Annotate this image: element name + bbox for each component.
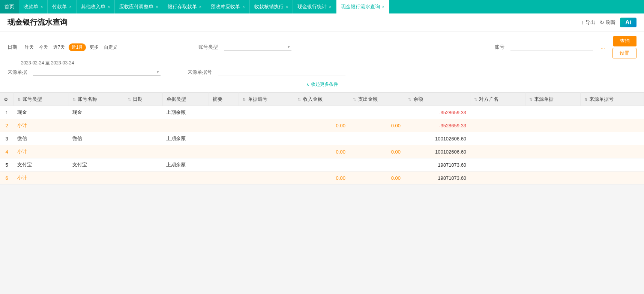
cell-source-doc-no [580,106,644,119]
refresh-button[interactable]: ↻ 刷新 [600,19,615,26]
source-doc-label: 来源单据 [8,69,27,76]
date-option-more[interactable]: 更多 [88,43,100,51]
export-button[interactable]: ↑ 导出 [581,19,595,26]
table-header-row: ⚙ ⇅ 账号类型 ⇅ 账号名称 ⇅ 日期 单据类型 摘要 [0,93,644,106]
ai-badge[interactable]: Ai [620,18,636,27]
query-button[interactable]: 查询 [613,36,636,46]
date-option-today[interactable]: 今天 [38,43,50,51]
account-input[interactable] [510,43,593,51]
close-icon[interactable]: × [156,4,158,9]
col-header-income[interactable]: ⇅ 收入金额 [294,93,349,106]
source-doc-select[interactable]: ▾ [33,69,161,76]
cell-source-doc-no [580,119,644,132]
cell-doc-no [239,106,294,119]
nav-tab-cash-flow[interactable]: 现金银行流水查询 × [336,0,389,13]
nav-tab-home[interactable]: 首页 [0,0,19,13]
close-icon[interactable]: × [286,4,288,9]
cell-date [124,119,162,132]
close-icon[interactable]: × [108,4,110,9]
cell-expense [349,106,404,119]
date-option-yesterday[interactable]: 昨天 [23,43,35,51]
source-doc-no-input[interactable] [218,69,345,76]
nav-tab-payment-label: 付款单 [52,3,67,10]
nav-tab-write-off[interactable]: 收款核销执行 × [250,0,293,13]
cell-source-doc-no [580,145,644,158]
col-header-expense[interactable]: ⇅ 支出金额 [349,93,404,106]
cell-income: 0.00 [294,145,349,158]
sort-icon: ⇅ [474,97,477,101]
row-num: 3 [0,132,14,145]
close-icon[interactable]: × [199,4,201,9]
close-icon[interactable]: × [41,4,43,9]
col-label-source-doc: 来源单据 [534,96,554,102]
source-doc-no-label: 来源单据号 [188,69,212,76]
nav-tab-bank-deposit-label: 银行存取款单 [168,3,197,10]
close-icon[interactable]: × [329,4,331,9]
account-dots-icon[interactable]: ... [599,44,606,50]
col-header-source-doc-no[interactable]: ⇅ 来源单据号 [580,93,644,106]
cell-summary [209,132,239,145]
export-icon: ↑ [581,19,584,25]
cell-balance: -3528659.33 [404,119,470,132]
date-range-display: 2023-02-24 至 2023-03-24 [21,60,74,66]
col-header-gear[interactable]: ⚙ [0,93,14,106]
nav-tab-bank-deposit[interactable]: 银行存取款单 × [163,0,206,13]
cell-source-doc [525,172,580,185]
cell-income [294,106,349,119]
date-option-custom[interactable]: 自定义 [102,43,119,51]
cell-income [294,132,349,145]
collapse-bar[interactable]: ∧ 收起更多条件 [8,80,636,89]
table-row[interactable]: 4 小计 0.00 0.00 100102606.60 [0,145,644,158]
cell-doc-no [239,145,294,158]
refresh-icon: ↻ [600,19,604,25]
filter-actions: 查询 设置 [612,36,636,58]
col-header-source-doc[interactable]: ⇅ 来源单据 [525,93,580,106]
cell-source-doc [525,145,580,158]
close-icon[interactable]: × [242,4,245,9]
nav-tab-advance-offset[interactable]: 预收冲应收单 × [206,0,249,13]
cell-date [124,145,162,158]
settings-button[interactable]: 设置 [612,48,636,58]
col-header-counterpart[interactable]: ⇅ 对方户名 [470,93,525,106]
col-header-doc-type[interactable]: 单据类型 [162,93,209,106]
cell-expense: 0.00 [349,172,404,185]
close-icon[interactable]: × [382,4,384,9]
nav-tab-cash-stats[interactable]: 现金银行统计 × [293,0,336,13]
col-header-account-type[interactable]: ⇅ 账号类型 [14,93,69,106]
nav-tab-other-income[interactable]: 其他收入单 × [77,0,115,13]
cell-summary [209,158,239,172]
col-header-summary[interactable]: 摘要 [209,93,239,106]
account-type-select[interactable]: ▾ [224,44,291,51]
cell-doc-type [162,119,209,132]
date-option-7days[interactable]: 近7天 [52,43,66,51]
gear-icon: ⚙ [4,97,8,102]
cell-account-type: 小计 [14,119,69,132]
sort-icon: ⇅ [529,97,532,101]
cell-counterpart [470,158,525,172]
close-icon[interactable]: × [69,4,71,9]
cell-doc-no [239,119,294,132]
date-option-1month[interactable]: 近1月 [69,43,86,51]
col-header-balance[interactable]: ⇅ 余额 [404,93,470,106]
table-row[interactable]: 5 支付宝 支付宝 上期余额 19871073.60 [0,158,644,172]
filter-row-2: 来源单据 ▾ 来源单据号 [8,69,636,76]
cell-summary [209,172,239,185]
col-label-date: 日期 [133,96,143,102]
table-row[interactable]: 3 微信 微信 上期余额 100102606.60 [0,132,644,145]
table-row[interactable]: 2 小计 0.00 0.00 -3528659.33 [0,119,644,132]
row-num: 5 [0,158,14,172]
chevron-down-icon: ▾ [288,45,290,49]
cell-account-name [69,145,124,158]
sort-icon: ⇅ [243,97,246,101]
nav-tab-payment[interactable]: 付款单 × [48,0,76,13]
nav-tab-adjustment[interactable]: 应收应付调整单 × [115,0,163,13]
nav-tab-other-income-label: 其他收入单 [81,3,105,10]
col-header-date[interactable]: ⇅ 日期 [124,93,162,106]
col-header-doc-no[interactable]: ⇅ 单据编号 [239,93,294,106]
table-row[interactable]: 1 现金 现金 上期余额 -3528659.33 [0,106,644,119]
cell-expense [349,158,404,172]
cell-account-name [69,119,124,132]
col-header-account-name[interactable]: ⇅ 账号名称 [69,93,124,106]
table-row[interactable]: 6 小计 0.00 0.00 19871073.60 [0,172,644,185]
nav-tab-receipt[interactable]: 收款单 × [19,0,48,13]
